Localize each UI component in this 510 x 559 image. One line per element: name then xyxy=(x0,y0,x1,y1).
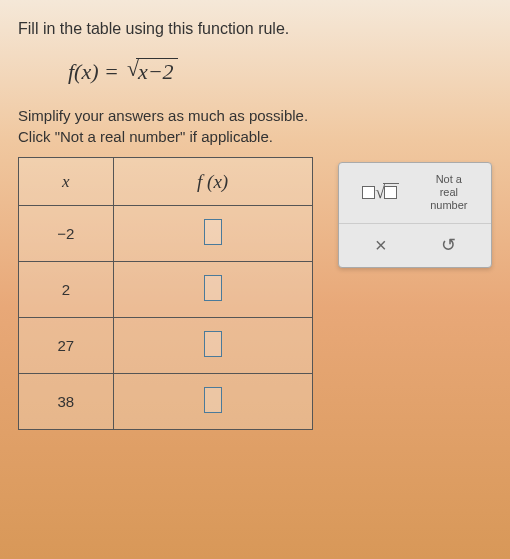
table-row: 27 xyxy=(19,318,313,374)
fx-cell xyxy=(113,262,312,318)
function-table: x f (x) −2 2 27 38 xyxy=(18,157,313,430)
simplify-line-2: Click "Not a real number" if applicable. xyxy=(18,126,492,147)
header-fx: f (x) xyxy=(113,158,312,206)
answer-input[interactable] xyxy=(204,387,222,413)
sqrt-tool-button[interactable]: √ xyxy=(362,183,399,203)
tool-row-top: √ Not a real number xyxy=(339,163,491,224)
simplify-line-1: Simplify your answers as much as possibl… xyxy=(18,105,492,126)
fx-cell xyxy=(113,318,312,374)
tool-panel: √ Not a real number × ↺ xyxy=(338,162,492,268)
simplify-instructions: Simplify your answers as much as possibl… xyxy=(18,105,492,147)
radicand: x−2 xyxy=(136,58,178,85)
tool-row-bottom: × ↺ xyxy=(339,224,491,267)
answer-input[interactable] xyxy=(204,275,222,301)
table-row: −2 xyxy=(19,206,313,262)
x-value: −2 xyxy=(19,206,114,262)
fx-cell xyxy=(113,374,312,430)
header-x: x xyxy=(19,158,114,206)
sqrt-coef-box-icon xyxy=(362,186,375,199)
answer-input[interactable] xyxy=(204,331,222,357)
instruction-text: Fill in the table using this function ru… xyxy=(18,20,492,38)
fx-cell xyxy=(113,206,312,262)
not-real-button[interactable]: Not a real number xyxy=(430,173,467,213)
answer-input[interactable] xyxy=(204,219,222,245)
table-row: 38 xyxy=(19,374,313,430)
x-value: 27 xyxy=(19,318,114,374)
clear-button[interactable]: × xyxy=(361,234,401,257)
x-value: 38 xyxy=(19,374,114,430)
undo-button[interactable]: ↺ xyxy=(429,234,469,256)
formula-lhs: f(x) = xyxy=(68,59,119,85)
function-rule: f(x) = √ x−2 xyxy=(68,58,492,85)
table-row: 2 xyxy=(19,262,313,318)
undo-icon: ↺ xyxy=(441,235,456,255)
x-value: 2 xyxy=(19,262,114,318)
close-icon: × xyxy=(375,234,387,256)
sqrt-expression: √ x−2 xyxy=(127,58,178,85)
sqrt-radical-icon: √ xyxy=(375,183,399,203)
